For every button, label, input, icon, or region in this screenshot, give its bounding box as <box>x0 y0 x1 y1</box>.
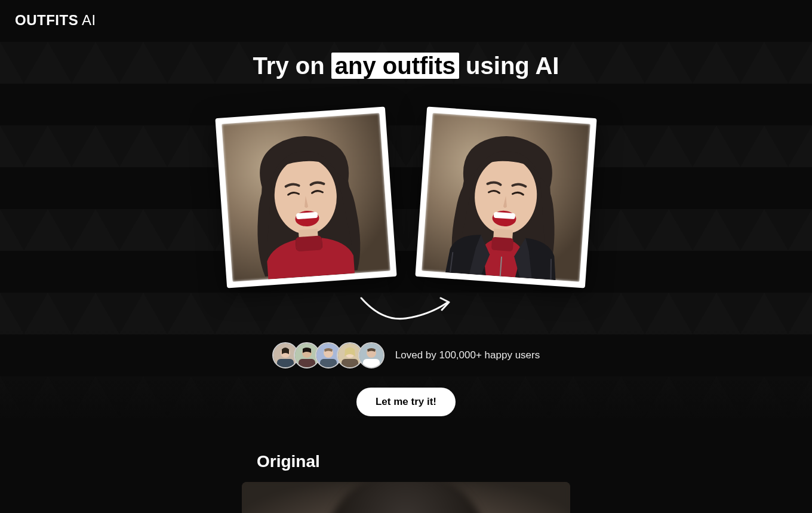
social-proof-text: Loved by 100,000+ happy users <box>395 349 540 361</box>
demo-after-image <box>422 113 590 282</box>
social-proof: Loved by 100,000+ happy users <box>0 342 812 368</box>
avatar-stack <box>272 342 385 368</box>
svg-rect-9 <box>491 237 513 251</box>
headline-highlight: any outfits <box>331 53 459 79</box>
demo-image-pair <box>0 112 812 282</box>
svg-rect-22 <box>342 359 358 367</box>
logo-light-text: AI <box>78 12 96 28</box>
try-it-button[interactable]: Let me try it! <box>356 388 456 416</box>
svg-rect-13 <box>277 359 294 367</box>
demo-after-frame <box>415 106 596 288</box>
logo-bold-text: OUTFITS <box>15 12 78 28</box>
demo-before-image <box>222 113 390 282</box>
original-image <box>242 482 570 513</box>
headline-suffix: using AI <box>459 53 559 79</box>
original-section-title: Original <box>257 452 320 471</box>
page-headline: Try on any outfits using AI <box>253 53 559 79</box>
svg-rect-19 <box>320 359 337 367</box>
logo[interactable]: OUTFITS AI <box>15 12 96 29</box>
svg-rect-4 <box>296 235 323 251</box>
demo-before-frame <box>215 106 396 288</box>
svg-rect-25 <box>363 359 380 367</box>
headline-prefix: Try on <box>253 53 331 79</box>
arrow-icon <box>358 293 454 323</box>
svg-rect-16 <box>299 359 315 367</box>
avatar <box>358 342 385 368</box>
